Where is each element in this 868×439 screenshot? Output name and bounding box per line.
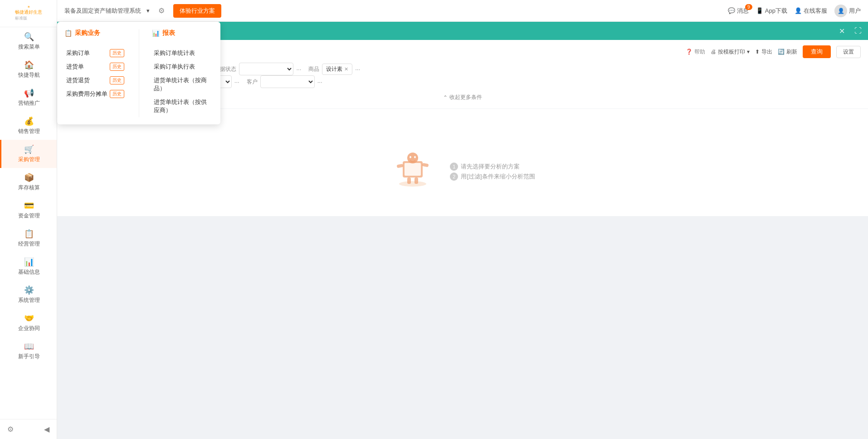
sidebar-item-system[interactable]: ⚙️ 系统管理: [0, 281, 57, 309]
salesperson-ellipsis[interactable]: ···: [234, 79, 239, 85]
sidebar-item-sales[interactable]: 💰 销售管理: [0, 112, 57, 140]
cooperation-icon: 🤝: [24, 313, 34, 323]
menu-item-report-receipt-goods[interactable]: 进货单统计表（按商品）: [152, 74, 214, 95]
sidebar-item-marketing[interactable]: 📢 营销推广: [0, 84, 57, 112]
sidebar-item-search[interactable]: 🔍 搜索菜单: [0, 27, 57, 55]
customer-select[interactable]: [260, 75, 315, 88]
empty-tips-list: 1 请先选择要分析的方案 2 用[过滤]条件来缩小分析范围: [450, 161, 535, 183]
logo-icon: 畅: [20, 5, 37, 8]
logo-text: 畅捷通好生意 标准版: [15, 9, 42, 21]
history-badge-1: 历史: [110, 63, 124, 71]
svg-rect-10: [397, 164, 404, 168]
notification-item[interactable]: 💬 消息 9: [728, 7, 749, 15]
customer-label: 客户: [247, 78, 258, 86]
purchase-menu-column: 📋 采购业务 采购订单 历史 进货单 历史 进货退货 历史 采购费用分摊单 历史: [64, 29, 126, 117]
industry-solution-button[interactable]: 体验行业方案: [173, 4, 221, 18]
topbar-title: 装备及固定资产辅助管理系统: [64, 7, 141, 15]
online-service-item[interactable]: 👤 在线客服: [795, 7, 827, 15]
report-menu-column: 📊 报表 采购订单统计表 采购订单执行表 进货单统计表（按商品） 进货单统计表（…: [152, 29, 214, 117]
sidebar-item-quick-nav[interactable]: 🏠 快捷导航: [0, 55, 57, 84]
bell-icon: 💬: [728, 7, 735, 14]
menu-item-purchase-expense[interactable]: 采购费用分摊单 历史: [64, 87, 126, 101]
close-icon: ✕: [839, 27, 845, 35]
sidebar: 畅 畅捷通好生意 标准版 🔍 搜索菜单 🏠 快捷导航 📢 营销推广 💰 销售管理…: [0, 0, 57, 439]
collapse-up-icon: ⌃: [443, 94, 448, 101]
settings-footer-icon[interactable]: ⚙: [7, 425, 14, 434]
collapse-filter-button[interactable]: ⌃ 收起更多条件: [443, 92, 482, 103]
home-icon: 🏠: [24, 60, 34, 70]
refresh-button[interactable]: 🔄 刷新: [778, 48, 797, 56]
sidebar-item-finance[interactable]: 💳 资金管理: [0, 196, 57, 224]
service-icon: 👤: [795, 7, 802, 14]
svg-point-5: [407, 153, 418, 163]
svg-rect-4: [405, 163, 421, 176]
chevron-down-icon: ▾: [146, 7, 150, 14]
collapse-sidebar-icon[interactable]: ◀: [44, 425, 49, 434]
goods-tag[interactable]: 设计素 ✕: [322, 64, 352, 75]
svg-rect-9: [414, 178, 418, 184]
sidebar-logo: 畅 畅捷通好生意 标准版: [0, 0, 57, 27]
menu-item-report-order-stat[interactable]: 采购订单统计表: [152, 46, 214, 60]
svg-rect-11: [422, 163, 429, 167]
download-icon: 📱: [756, 7, 763, 14]
goods-tag-close[interactable]: ✕: [344, 66, 348, 72]
purchase-icon: 🛒: [24, 144, 34, 154]
user-avatar-item[interactable]: 👤 用户: [834, 5, 861, 17]
sidebar-item-guide[interactable]: 📖 新手引导: [0, 337, 57, 365]
app-download-item[interactable]: 📱 App下载: [756, 7, 787, 15]
svg-rect-8: [407, 178, 411, 184]
sidebar-item-inventory[interactable]: 📦 库存核算: [0, 168, 57, 196]
topbar-right: 💬 消息 9 📱 App下载 👤 在线客服 👤 用户: [728, 5, 861, 17]
sidebar-item-cooperation[interactable]: 🤝 企业协同: [0, 309, 57, 337]
menu-item-report-order-exec[interactable]: 采购订单执行表: [152, 60, 214, 74]
query-button[interactable]: 查询: [803, 45, 831, 58]
print-icon: 🖨: [711, 49, 716, 55]
topbar-dropdown[interactable]: ▾: [146, 7, 150, 14]
purchase-column-title: 📋 采购业务: [64, 29, 126, 41]
sales-icon: 💰: [24, 116, 34, 126]
basic-info-icon: 📊: [24, 257, 34, 267]
customer-filter: 客户 ···: [247, 75, 322, 88]
fullscreen-icon: ⛶: [854, 27, 862, 35]
notification-badge: 9: [745, 4, 752, 10]
svg-point-2: [399, 181, 426, 187]
settings-button[interactable]: 设置: [836, 46, 861, 58]
menu-item-report-receipt-supplier[interactable]: 进货单统计表（按供应商）: [152, 95, 214, 117]
doc-status-ellipsis[interactable]: ···: [296, 66, 301, 73]
svg-point-7: [414, 156, 416, 158]
sidebar-footer: ⚙ ◀: [0, 419, 57, 439]
empty-illustration: [390, 145, 435, 191]
doc-status-filter: 单据状态 ···: [215, 63, 301, 75]
history-badge-3: 历史: [110, 90, 124, 98]
empty-tip-2: 2 用[过滤]条件来缩小分析范围: [450, 173, 535, 181]
refresh-icon: 🔄: [778, 49, 785, 55]
help-button[interactable]: ❓ 帮助: [686, 48, 705, 56]
report-column-title: 📊 报表: [152, 29, 214, 41]
export-icon: ⬆: [755, 49, 760, 55]
menu-item-purchase-receipt[interactable]: 进货单 历史: [64, 60, 126, 74]
sidebar-item-purchase[interactable]: 🛒 采购管理: [0, 140, 57, 168]
history-badge-2: 历史: [110, 76, 124, 84]
avatar: 👤: [834, 5, 847, 17]
export-button[interactable]: ⬆ 导出: [755, 48, 772, 56]
report-menu-icon: 📊: [152, 30, 160, 37]
goods-ellipsis[interactable]: ···: [355, 66, 360, 73]
doc-status-select[interactable]: [239, 63, 293, 75]
search-nav-icon: 🔍: [24, 32, 34, 42]
menu-item-purchase-order[interactable]: 采购订单 历史: [64, 46, 126, 60]
close-tab-action[interactable]: ✕: [835, 25, 848, 37]
topbar: 装备及固定资产辅助管理系统 ▾ ⚙ 体验行业方案 💬 消息 9 📱 App下载 …: [57, 0, 868, 22]
goods-label: 商品: [308, 65, 319, 73]
customer-ellipsis[interactable]: ···: [317, 79, 322, 85]
purchase-menu-icon: 📋: [64, 30, 72, 37]
print-button[interactable]: 🖨 按模板打印 ▾: [711, 48, 750, 56]
gear-icon: ⚙: [158, 6, 165, 15]
menu-item-purchase-return[interactable]: 进货退货 历史: [64, 74, 126, 87]
fullscreen-action[interactable]: ⛶: [852, 25, 864, 37]
sidebar-item-basic-info[interactable]: 📊 基础信息: [0, 252, 57, 281]
svg-text:畅: 畅: [28, 6, 29, 8]
history-badge-0: 历史: [110, 49, 124, 57]
sidebar-nav: 🔍 搜索菜单 🏠 快捷导航 📢 营销推广 💰 销售管理 🛒 采购管理 📦 库存核…: [0, 27, 57, 419]
sidebar-item-operation[interactable]: 📋 经营管理: [0, 224, 57, 252]
topbar-settings-btn[interactable]: ⚙: [155, 5, 168, 17]
